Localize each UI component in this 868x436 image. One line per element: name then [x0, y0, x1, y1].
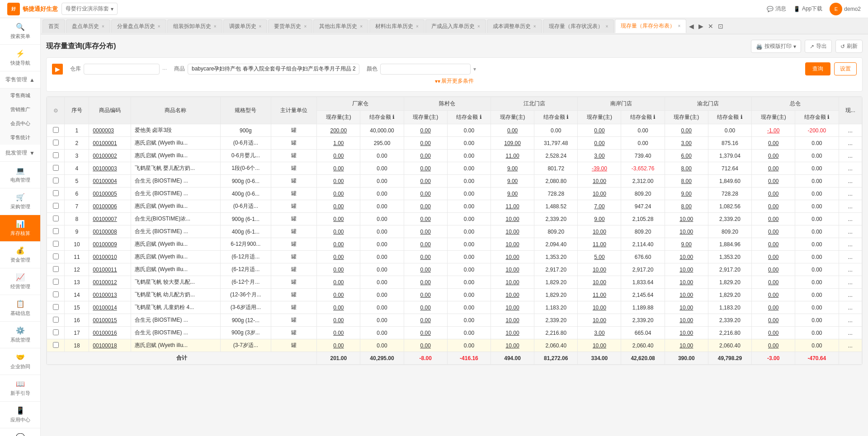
td-nm-cur[interactable]: 10.00: [578, 175, 621, 188]
td-yb-cur[interactable]: 8.00: [665, 175, 708, 188]
td-chen-cur[interactable]: 0.00: [404, 124, 447, 137]
td-nm-cur[interactable]: 11.00: [578, 289, 621, 301]
sidebar-item-enterprise[interactable]: 🤝 企业协同: [0, 348, 40, 375]
td-yb-cur[interactable]: 10.00: [665, 225, 708, 238]
td-checkbox[interactable]: [47, 301, 65, 314]
td-code[interactable]: 00100014: [89, 301, 131, 314]
sidebar-item-inventory[interactable]: 📊 库存核算: [0, 215, 40, 242]
td-nm-cur[interactable]: 3.00: [578, 327, 621, 339]
td-jb-cur[interactable]: 11.00: [491, 150, 534, 162]
sidebar-item-finance[interactable]: 💰 资金管理: [0, 242, 40, 268]
sidebar-item-retail-mall[interactable]: 零售商城: [0, 89, 40, 103]
td-jb-cur[interactable]: 10.00: [491, 225, 534, 238]
td-jb-cur[interactable]: 10.00: [491, 213, 534, 225]
tab-disassemble[interactable]: 组装拆卸单历史 ×: [167, 19, 222, 33]
tab-close-all-btn[interactable]: ✕: [706, 21, 715, 32]
row-checkbox[interactable]: [53, 241, 59, 247]
row-checkbox[interactable]: [53, 165, 59, 171]
td-chen-cur[interactable]: 0.00: [404, 150, 447, 162]
td-fac-cur[interactable]: 0.00: [317, 188, 360, 200]
td-code[interactable]: 00100005: [89, 188, 131, 200]
td-fac-cur[interactable]: 0.00: [317, 314, 360, 327]
td-chen-cur[interactable]: 0.00: [404, 289, 447, 301]
td-jb-cur[interactable]: 10.00: [491, 339, 534, 352]
td-chen-cur[interactable]: 0.00: [404, 137, 447, 150]
td-yb-cur[interactable]: 10.00: [665, 327, 708, 339]
td-checkbox[interactable]: [47, 213, 65, 225]
td-checkbox[interactable]: [47, 137, 65, 150]
td-checkbox[interactable]: [47, 263, 65, 276]
td-fac-cur[interactable]: 0.00: [317, 238, 360, 251]
td-checkbox[interactable]: [47, 339, 65, 352]
tab-material-out-close[interactable]: ×: [416, 24, 419, 29]
td-nm-cur[interactable]: 5.00: [578, 251, 621, 263]
row-checkbox[interactable]: [53, 329, 59, 335]
row-checkbox[interactable]: [53, 279, 59, 285]
tab-transfer-close[interactable]: ×: [259, 24, 262, 29]
td-fac-cur[interactable]: 0.00: [317, 339, 360, 352]
row-checkbox[interactable]: [53, 291, 59, 297]
td-nm-cur[interactable]: -39.00: [578, 162, 621, 175]
td-code[interactable]: 0000003: [89, 124, 131, 137]
td-jb-cur[interactable]: 109.00: [491, 137, 534, 150]
td-chen-cur[interactable]: 0.00: [404, 276, 447, 289]
td-fac-cur[interactable]: 1.00: [317, 137, 360, 150]
td-checkbox[interactable]: [47, 175, 65, 188]
td-chen-cur[interactable]: 0.00: [404, 301, 447, 314]
td-chen-cur[interactable]: 0.00: [404, 327, 447, 339]
row-checkbox[interactable]: [53, 216, 59, 221]
user-action[interactable]: E demo2: [830, 3, 861, 15]
td-nm-cur[interactable]: 10.00: [578, 314, 621, 327]
td-nm-cur[interactable]: 10.00: [578, 263, 621, 276]
td-yb-cur[interactable]: 10.00: [665, 213, 708, 225]
td-total-cur[interactable]: 0.00: [752, 301, 795, 314]
td-code[interactable]: 00100001: [89, 137, 131, 150]
sidebar-item-search[interactable]: 🔍 搜索英单: [0, 18, 40, 45]
td-total-cur[interactable]: 0.00: [752, 314, 795, 327]
td-yb-cur[interactable]: 10.00: [665, 251, 708, 263]
td-total-cur[interactable]: 0.00: [752, 238, 795, 251]
row-checkbox[interactable]: [53, 127, 59, 133]
td-code[interactable]: 00100013: [89, 289, 131, 301]
td-total-cur[interactable]: 0.00: [752, 225, 795, 238]
td-chen-cur[interactable]: 0.00: [404, 175, 447, 188]
td-fac-cur[interactable]: 0.00: [317, 263, 360, 276]
td-nm-cur[interactable]: 7.00: [578, 200, 621, 213]
td-yb-cur[interactable]: 10.00: [665, 263, 708, 276]
sidebar-item-retail[interactable]: 零售管理 ▲: [0, 71, 40, 89]
td-nm-cur[interactable]: 0.00: [578, 124, 621, 137]
td-chen-cur[interactable]: 0.00: [404, 251, 447, 263]
td-nm-cur[interactable]: 0.00: [578, 137, 621, 150]
td-nm-cur[interactable]: 10.00: [578, 339, 621, 352]
row-checkbox[interactable]: [53, 342, 59, 348]
sidebar-item-quicknav[interactable]: ⚡ 快捷导航: [0, 45, 40, 71]
tab-inventory-dist[interactable]: 现存量（库存分布表） ×: [615, 19, 686, 33]
tab-material-out[interactable]: 材料出库单历史 ×: [369, 19, 425, 33]
td-nm-cur[interactable]: 9.00: [578, 213, 621, 225]
td-fac-cur[interactable]: 0.00: [317, 327, 360, 339]
td-code[interactable]: 00100011: [89, 263, 131, 276]
td-total-cur[interactable]: 0.00: [752, 327, 795, 339]
message-action[interactable]: 💬 消息: [767, 5, 786, 13]
td-total-cur[interactable]: 0.00: [752, 200, 795, 213]
warehouse-input[interactable]: [84, 64, 160, 75]
td-code[interactable]: 00100007: [89, 213, 131, 225]
td-yb-cur[interactable]: 9.00: [665, 188, 708, 200]
tab-other-out-close[interactable]: ×: [360, 24, 363, 29]
td-yb-cur[interactable]: 8.00: [665, 162, 708, 175]
td-total-cur[interactable]: 0.00: [752, 150, 795, 162]
td-code[interactable]: 00100003: [89, 162, 131, 175]
td-total-cur[interactable]: 0.00: [752, 188, 795, 200]
td-chen-cur[interactable]: 0.00: [404, 263, 447, 276]
tab-product-in[interactable]: 产成品入库单历史 ×: [425, 19, 486, 33]
tab-check-sub-close[interactable]: ×: [158, 24, 160, 29]
tab-other-out[interactable]: 其他出库单历史 ×: [313, 19, 368, 33]
td-jb-cur[interactable]: 10.00: [491, 289, 534, 301]
td-jb-cur[interactable]: 10.00: [491, 251, 534, 263]
sidebar-item-appcenter[interactable]: 📱 应用中心: [0, 402, 40, 428]
td-fac-cur[interactable]: 0.00: [317, 200, 360, 213]
sidebar-item-operations[interactable]: 📈 经营管理: [0, 268, 40, 295]
td-yb-cur[interactable]: 0.00: [665, 124, 708, 137]
row-checkbox[interactable]: [53, 178, 59, 183]
color-input[interactable]: [380, 64, 471, 75]
